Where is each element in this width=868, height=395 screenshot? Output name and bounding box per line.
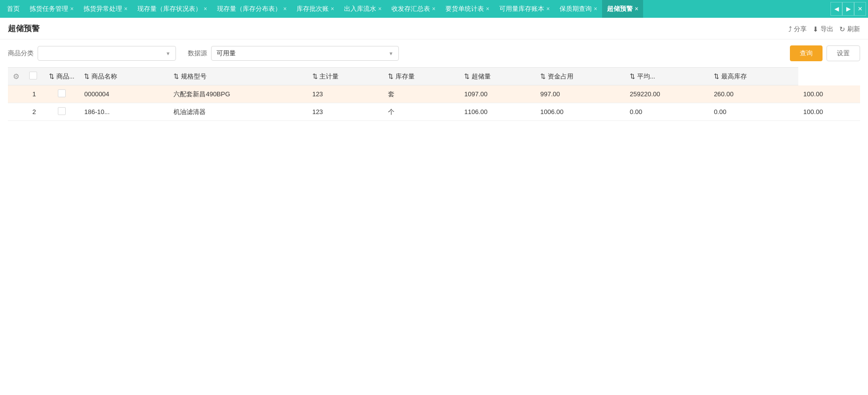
nav-overstock[interactable]: 超储预警 × (602, 0, 643, 18)
query-button[interactable]: 查询 (790, 45, 823, 61)
nav-summary-label: 收发存汇总表 (391, 4, 430, 13)
row-spec: 123 (307, 103, 384, 121)
row-stock: 1106.00 (459, 103, 535, 121)
header-actions: ⤴ 分享 ⬇ 导出 ↻ 刷新 (788, 25, 860, 34)
nav-available-ledger-label: 可用量库存账本 (499, 4, 544, 13)
datasource-chevron-icon: ▼ (389, 51, 393, 56)
row-checkbox-cell[interactable] (44, 103, 79, 121)
nav-available-ledger[interactable]: 可用量库存账本 × (494, 0, 555, 18)
nav-summary-close[interactable]: × (432, 5, 435, 12)
table-header-row: ⚙ ⇅ 商品... ⇅ 商品名称 ⇅ 规格型号 ⇅ (8, 68, 860, 85)
nav-exception-close[interactable]: × (124, 5, 128, 12)
col-product-name-sort-icon: ⇅ (84, 73, 89, 80)
row-unit: 个 (383, 103, 459, 121)
col-maxstock-label: 最高库存 (721, 73, 747, 80)
col-stock-sort-icon: ⇅ (388, 73, 393, 80)
share-icon: ⤴ (788, 25, 792, 33)
col-stock-label: 库存量 (395, 73, 415, 80)
filter-actions: 查询 设置 (790, 45, 860, 61)
col-avg-header[interactable]: ⇅ 平均... (625, 68, 709, 85)
nav-close-button[interactable]: ✕ (854, 2, 866, 16)
nav-home[interactable]: 首页 (2, 0, 25, 18)
nav-stock-status-close[interactable]: × (204, 5, 207, 12)
category-select[interactable]: ▼ (38, 46, 176, 61)
col-product-name-header[interactable]: ⇅ 商品名称 (79, 68, 169, 85)
col-settings-header[interactable]: ⚙ (8, 68, 24, 85)
nav-expiry-close[interactable]: × (594, 5, 597, 12)
nav-stock-dist-close[interactable]: × (283, 5, 287, 12)
nav-requisition-label: 要货单统计表 (445, 4, 484, 13)
nav-flow-close[interactable]: × (378, 5, 382, 12)
col-avg-label: 平均... (637, 73, 655, 80)
row-checkbox[interactable] (58, 107, 66, 115)
col-product-code-header[interactable]: ⇅ 商品... (44, 68, 79, 85)
nav-arrows: ◀ ▶ ✕ (830, 2, 866, 16)
table-row: 10000004六配套新昌490BPG123套1097.00997.002592… (8, 85, 860, 103)
nav-task-mgmt-label: 拣货任务管理 (30, 4, 68, 13)
nav-flow[interactable]: 出入库流水 × (339, 0, 387, 18)
row-avg: 0.00 (709, 103, 798, 121)
datasource-select[interactable]: 可用量 ▼ (211, 46, 399, 61)
row-checkbox-cell[interactable] (44, 85, 79, 103)
nav-overstock-label: 超储预警 (607, 4, 633, 13)
row-product-code: 186-10... (79, 103, 169, 121)
col-overstock-label: 超储量 (472, 73, 491, 80)
nav-home-label: 首页 (7, 4, 20, 13)
col-unit-header[interactable]: ⇅ 主计量 (307, 68, 384, 85)
col-maxstock-sort-icon: ⇅ (714, 73, 719, 80)
col-spec-header[interactable]: ⇅ 规格型号 (169, 68, 307, 85)
nav-overstock-close[interactable]: × (635, 5, 638, 12)
settings-gear-icon[interactable]: ⚙ (13, 72, 19, 80)
row-number: 1 (24, 85, 44, 103)
row-spec: 123 (307, 85, 384, 103)
col-maxstock-header[interactable]: ⇅ 最高库存 (709, 68, 798, 85)
settings-button[interactable]: 设置 (826, 45, 860, 61)
row-checkbox[interactable] (58, 89, 66, 97)
col-capital-header[interactable]: ⇅ 资金占用 (535, 68, 625, 85)
share-button[interactable]: ⤴ 分享 (788, 25, 807, 34)
col-product-code-sort-icon: ⇅ (49, 73, 54, 80)
nav-task-mgmt[interactable]: 拣货任务管理 × (25, 0, 79, 18)
datasource-label: 数据源 (188, 49, 207, 58)
row-product-name: 机油滤清器 (169, 103, 307, 121)
nav-batch-ledger[interactable]: 库存批次账 × (292, 0, 339, 18)
table-row: 2186-10...机油滤清器123个1106.001006.000.000.0… (8, 103, 860, 121)
top-navigation: 首页 拣货任务管理 × 拣货异常处理 × 现存量（库存状况表） × 现存量（库存… (0, 0, 868, 18)
nav-stock-dist-label: 现存量（库存分布表） (217, 4, 281, 13)
row-avg: 260.00 (709, 85, 798, 103)
row-capital: 259220.00 (625, 85, 709, 103)
row-product-name: 六配套新昌490BPG (169, 85, 307, 103)
col-stock-header[interactable]: ⇅ 库存量 (383, 68, 459, 85)
col-capital-label: 资金占用 (548, 73, 573, 80)
nav-next-button[interactable]: ▶ (842, 2, 854, 16)
nav-requisition-close[interactable]: × (486, 5, 489, 12)
col-spec-label: 规格型号 (181, 73, 207, 80)
col-unit-label: 主计量 (319, 73, 339, 80)
nav-summary[interactable]: 收发存汇总表 × (387, 0, 440, 18)
nav-expiry[interactable]: 保质期查询 × (555, 0, 602, 18)
header-checkbox[interactable] (29, 72, 37, 79)
refresh-button[interactable]: ↻ 刷新 (839, 25, 860, 34)
nav-exception[interactable]: 拣货异常处理 × (79, 0, 132, 18)
row-product-code: 0000004 (79, 85, 169, 103)
col-checkbox-header[interactable] (24, 68, 44, 85)
nav-batch-ledger-close[interactable]: × (331, 5, 334, 12)
col-overstock-header[interactable]: ⇅ 超储量 (459, 68, 535, 85)
col-spec-sort-icon: ⇅ (174, 73, 179, 80)
share-label: 分享 (794, 25, 807, 34)
col-avg-sort-icon: ⇅ (630, 73, 635, 80)
page-title: 超储预警 (8, 24, 40, 34)
nav-requisition[interactable]: 要货单统计表 × (440, 0, 494, 18)
export-button[interactable]: ⬇ 导出 (813, 25, 833, 34)
nav-prev-button[interactable]: ◀ (830, 2, 842, 16)
row-capital: 0.00 (625, 103, 709, 121)
nav-stock-status[interactable]: 现存量（库存状况表） × (132, 0, 212, 18)
col-capital-sort-icon: ⇅ (540, 73, 546, 80)
nav-stock-dist[interactable]: 现存量（库存分布表） × (212, 0, 292, 18)
table-container: ⚙ ⇅ 商品... ⇅ 商品名称 ⇅ 规格型号 ⇅ (0, 67, 868, 121)
export-icon: ⬇ (813, 25, 819, 33)
nav-available-ledger-close[interactable]: × (546, 5, 550, 12)
nav-task-mgmt-close[interactable]: × (70, 5, 74, 12)
col-product-name-label: 商品名称 (91, 73, 117, 80)
row-maxstock: 100.00 (798, 85, 860, 103)
